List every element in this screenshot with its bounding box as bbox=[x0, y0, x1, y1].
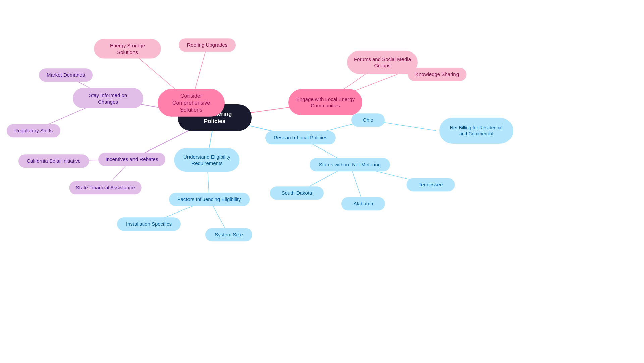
node-energy-storage: Energy Storage Solutions bbox=[94, 39, 161, 59]
node-roofing: Roofing Upgrades bbox=[179, 38, 236, 52]
node-ohio: Ohio bbox=[351, 113, 385, 127]
node-net-billing: Net Billing for Residentialand Commercia… bbox=[439, 118, 513, 144]
node-states-no-net: States without Net Metering bbox=[310, 158, 390, 171]
node-research: Research Local Policies bbox=[265, 131, 336, 144]
node-forums: Forums and Social MediaGroups bbox=[347, 51, 418, 74]
node-consider: Consider ComprehensiveSolutions bbox=[158, 89, 225, 117]
node-incentives: Incentives and Rebates bbox=[98, 153, 165, 166]
node-state-financial: State Financial Assistance bbox=[69, 181, 142, 194]
node-regulatory: Regulatory Shifts bbox=[7, 124, 60, 137]
node-market-demands: Market Demands bbox=[39, 68, 93, 82]
node-alabama: Alabama bbox=[341, 197, 385, 210]
node-knowledge: Knowledge Sharing bbox=[408, 68, 467, 81]
node-installation: Installation Specifics bbox=[117, 217, 181, 231]
node-tennessee: Tennessee bbox=[407, 178, 455, 191]
node-factors: Factors Influencing Eligibility bbox=[169, 193, 250, 206]
node-stay-informed: Stay Informed on Changes bbox=[73, 88, 143, 108]
node-system-size: System Size bbox=[205, 228, 252, 241]
node-california: California Solar Initiative bbox=[18, 154, 89, 168]
node-engage: Engage with Local EnergyCommunities bbox=[288, 89, 362, 115]
node-south-dakota: South Dakota bbox=[270, 186, 324, 200]
node-understand: Understand EligibilityRequirements bbox=[174, 148, 240, 172]
